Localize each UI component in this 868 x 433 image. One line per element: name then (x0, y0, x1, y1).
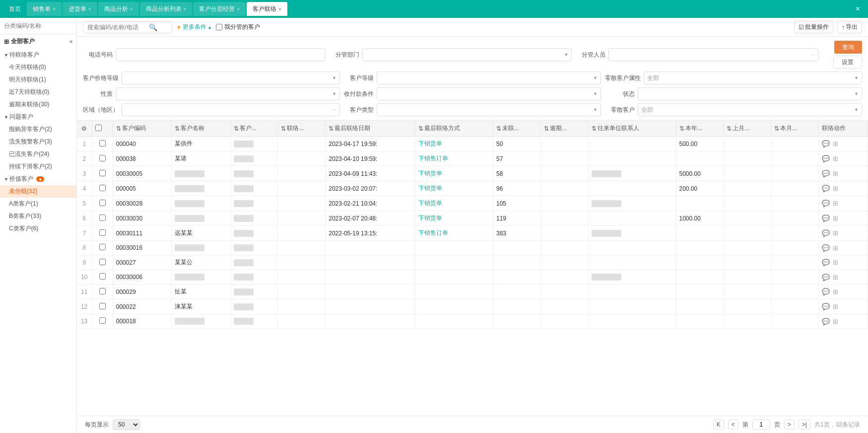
close-customer-contact-tab[interactable]: × (278, 6, 281, 12)
close-analysis-tab[interactable]: × (130, 6, 133, 12)
nav-tab-sales[interactable]: 销售单 × (27, 2, 62, 16)
all-customers-header[interactable]: ⊞ 全部客户 « (0, 34, 76, 49)
row-checkbox[interactable] (99, 200, 106, 206)
sidebar-group-pending[interactable]: ▼ 待联络客户 (0, 49, 76, 61)
chat-icon[interactable]: 💬 (822, 274, 830, 281)
close-analysis-list-tab[interactable]: × (184, 6, 187, 12)
filter-search-icon[interactable]: 🔍 (149, 23, 157, 31)
gender-select[interactable]: ▼ (116, 87, 340, 100)
my-customers-checkbox[interactable] (216, 24, 222, 30)
grid-action-icon[interactable]: ⊞ (833, 318, 838, 325)
last-way-link[interactable]: 下销售订单 (418, 229, 448, 236)
nav-tab-purchase[interactable]: 进货单 × (63, 2, 97, 16)
grid-action-icon[interactable]: ⊞ (833, 288, 838, 295)
row-checkbox[interactable] (99, 317, 106, 324)
row-checkbox[interactable] (99, 185, 106, 191)
first-page-btn[interactable]: K (713, 420, 724, 430)
region-select[interactable]: ··· (122, 103, 340, 116)
query-btn[interactable]: 查询 (834, 41, 862, 54)
nav-tab-customer-contact[interactable]: 客户联络 × (247, 2, 287, 16)
sidebar-item-c-class[interactable]: C类客户(6) (0, 222, 76, 235)
chat-icon[interactable]: 💬 (822, 185, 830, 192)
grid-action-icon[interactable]: ⊞ (833, 155, 838, 162)
filter-search-input[interactable] (87, 24, 147, 31)
close-purchase-tab[interactable]: × (88, 6, 91, 12)
my-customers-filter[interactable]: 我分管的客户 (216, 23, 260, 31)
zero-retail-attr-select[interactable]: 全部 ▼ (644, 72, 862, 84)
gear-icon[interactable]: ⚙ (81, 125, 87, 132)
sidebar-item-declining[interactable]: 持续下滑客户(2) (0, 160, 76, 173)
page-input[interactable] (752, 420, 770, 430)
sidebar-item-tomorrow[interactable]: 明天待联络(1) (0, 73, 76, 86)
phone-input[interactable] (116, 48, 326, 61)
row-checkbox[interactable] (99, 170, 106, 176)
row-checkbox[interactable] (99, 155, 106, 161)
row-checkbox[interactable] (99, 229, 106, 236)
chat-icon[interactable]: 💬 (822, 318, 830, 325)
chat-icon[interactable]: 💬 (822, 200, 830, 207)
sidebar-group-problem[interactable]: ▼ 问题客户 (0, 111, 76, 123)
chat-icon[interactable]: 💬 (822, 229, 830, 237)
collapse-sidebar-icon[interactable]: « (69, 39, 72, 44)
row-checkbox[interactable] (99, 215, 106, 221)
last-way-link[interactable]: 下销货单 (418, 140, 442, 147)
chat-icon[interactable]: 💬 (822, 155, 830, 162)
grid-action-icon[interactable]: ⊞ (833, 303, 838, 310)
sidebar-item-ungrouped[interactable]: 未分组(32) (0, 185, 76, 198)
nav-tab-customer-seg[interactable]: 客户分层经营 × (193, 2, 246, 16)
nav-home[interactable]: 首页 (4, 5, 26, 13)
chat-icon[interactable]: 💬 (822, 303, 830, 310)
grid-action-icon[interactable]: ⊞ (833, 200, 838, 207)
sidebar-item-churn-warning[interactable]: 流失预警客户(3) (0, 136, 76, 148)
grid-action-icon[interactable]: ⊞ (833, 170, 838, 177)
chat-icon[interactable]: 💬 (822, 140, 830, 147)
zero-retail-select[interactable]: 全部 ▼ (638, 103, 862, 116)
row-checkbox[interactable] (99, 303, 106, 309)
row-checkbox[interactable] (99, 259, 106, 265)
person-select[interactable]: ··· (608, 48, 818, 61)
last-way-link[interactable]: 下销货单 (418, 170, 442, 177)
grid-action-icon[interactable]: ⊞ (833, 229, 838, 237)
row-checkbox[interactable] (99, 288, 106, 294)
pay-terms-select[interactable]: ▼ (377, 87, 601, 100)
row-checkbox[interactable] (99, 140, 106, 146)
sidebar-item-a-class[interactable]: A类客户(1) (0, 198, 76, 210)
sidebar-item-7days[interactable]: 近7天待联络(0) (0, 86, 76, 98)
price-level-select[interactable]: ▼ (122, 72, 340, 84)
grid-action-icon[interactable]: ⊞ (833, 140, 838, 147)
row-checkbox[interactable] (99, 273, 106, 280)
grid-action-icon[interactable]: ⊞ (833, 185, 838, 192)
close-all-btn[interactable]: × (852, 4, 864, 13)
status-select[interactable]: ▼ (638, 87, 862, 100)
grid-action-icon[interactable]: ⊞ (833, 215, 838, 222)
grid-action-icon[interactable]: ⊞ (833, 244, 838, 252)
customer-type-select[interactable]: ▼ (377, 103, 601, 116)
grid-action-icon[interactable]: ⊞ (833, 274, 838, 281)
customer-level-select[interactable]: ▼ (377, 72, 601, 84)
sidebar-item-overdue[interactable]: 逾期未联络(30) (0, 98, 76, 111)
dept-select[interactable]: ▼ (362, 48, 572, 61)
chat-icon[interactable]: 💬 (822, 259, 830, 266)
last-way-link[interactable]: 下销货单 (418, 200, 442, 207)
sidebar-item-today[interactable]: 今天待联络(0) (0, 61, 76, 73)
per-page-select[interactable]: 50 100 200 (113, 419, 140, 430)
sidebar-search-input[interactable] (4, 22, 77, 29)
close-sales-tab[interactable]: × (53, 6, 56, 12)
last-way-link[interactable]: 下销售订单 (418, 155, 448, 162)
sidebar-item-churned[interactable]: 已流失客户(24) (0, 148, 76, 160)
next-page-btn[interactable]: > (784, 420, 795, 430)
sidebar-group-value[interactable]: ▼ 价值客户 ● (0, 173, 76, 185)
grid-action-icon[interactable]: ⊞ (833, 259, 838, 266)
reset-btn[interactable]: 设置 (833, 56, 862, 69)
chat-icon[interactable]: 💬 (822, 170, 830, 177)
row-checkbox[interactable] (99, 244, 106, 250)
select-all-checkbox[interactable] (95, 125, 102, 131)
nav-tab-analysis-list[interactable]: 商品分析列表 × (140, 2, 193, 16)
sidebar-item-b-class[interactable]: B类客户(33) (0, 210, 76, 222)
nav-tab-analysis[interactable]: 商品分析 × (98, 2, 139, 16)
chat-icon[interactable]: 💬 (822, 288, 830, 295)
close-customer-seg-tab[interactable]: × (237, 6, 240, 12)
export-btn[interactable]: ↑ 导出 (837, 21, 862, 33)
more-conditions-btn[interactable]: ▼ 更多条件 ▲ (176, 23, 212, 31)
th-settings[interactable]: ⚙ (77, 121, 92, 137)
